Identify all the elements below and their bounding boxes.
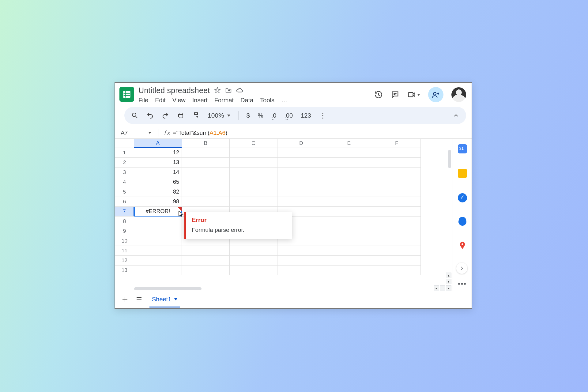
cell-A2[interactable]: 13 <box>134 158 182 168</box>
document-title[interactable]: Untitled spreadsheet <box>138 86 210 95</box>
cell-E4[interactable] <box>325 177 373 187</box>
calendar-icon[interactable] <box>458 144 467 153</box>
cell-B12[interactable] <box>182 256 230 266</box>
col-header-E[interactable]: E <box>325 139 373 148</box>
menu-format[interactable]: Format <box>214 97 234 104</box>
cell-D11[interactable] <box>277 246 325 256</box>
cell-D6[interactable] <box>277 197 325 207</box>
cell-E9[interactable] <box>325 226 373 236</box>
collapse-toolbar-icon[interactable] <box>453 112 459 119</box>
cell-A3[interactable]: 14 <box>134 168 182 177</box>
keep-icon[interactable] <box>458 169 467 178</box>
col-header-B[interactable]: B <box>182 139 230 148</box>
cell-F4[interactable] <box>373 177 421 187</box>
cell-E6[interactable] <box>325 197 373 207</box>
cell-D3[interactable] <box>277 168 325 177</box>
cell-C4[interactable] <box>230 177 277 187</box>
cell-A8[interactable] <box>134 217 182 226</box>
scroll-handle[interactable] <box>440 285 445 291</box>
decrease-decimal-button[interactable]: .0← <box>271 112 277 119</box>
cell-B6[interactable] <box>182 197 230 207</box>
row-header-11[interactable]: 11 <box>115 246 134 256</box>
cell-D13[interactable] <box>277 266 325 275</box>
currency-button[interactable]: $ <box>247 112 250 119</box>
cell-B1[interactable] <box>182 148 230 158</box>
cell-A6[interactable]: 98 <box>134 197 182 207</box>
scroll-up-icon[interactable]: ▴ <box>446 273 451 278</box>
cell-B3[interactable] <box>182 168 230 177</box>
cell-C3[interactable] <box>230 168 277 177</box>
meet-icon[interactable] <box>407 90 420 99</box>
cell-F10[interactable] <box>373 236 421 246</box>
sheet-tab[interactable]: Sheet1 <box>149 292 180 307</box>
redo-icon[interactable] <box>162 112 169 119</box>
cell-A9[interactable] <box>134 226 182 236</box>
menu-data[interactable]: Data <box>240 97 253 104</box>
cell-F6[interactable] <box>373 197 421 207</box>
col-header-F[interactable]: F <box>373 139 421 148</box>
row-header-3[interactable]: 3 <box>115 168 134 177</box>
all-sheets-icon[interactable] <box>135 296 143 304</box>
cell-F8[interactable] <box>373 217 421 226</box>
cell-C11[interactable] <box>230 246 277 256</box>
cloud-status-icon[interactable] <box>236 87 243 94</box>
side-panel-collapse-icon[interactable] <box>456 263 467 274</box>
menu-tools[interactable]: Tools <box>260 97 274 104</box>
side-panel-more-icon[interactable]: ••• <box>458 280 467 288</box>
cell-F11[interactable] <box>373 246 421 256</box>
toolbar-more-icon[interactable]: ⋮ <box>319 111 326 120</box>
cell-D1[interactable] <box>277 148 325 158</box>
cell-A12[interactable] <box>134 256 182 266</box>
cell-F3[interactable] <box>373 168 421 177</box>
row-header-8[interactable]: 8 <box>115 217 134 226</box>
star-icon[interactable] <box>214 87 221 94</box>
scroll-down-icon[interactable]: ▾ <box>446 279 451 284</box>
cell-E13[interactable] <box>325 266 373 275</box>
cell-D4[interactable] <box>277 177 325 187</box>
sheets-logo-icon[interactable] <box>119 87 134 102</box>
cell-E12[interactable] <box>325 256 373 266</box>
cell-E5[interactable] <box>325 187 373 197</box>
cell-E2[interactable] <box>325 158 373 168</box>
cell-C5[interactable] <box>230 187 277 197</box>
print-icon[interactable] <box>177 112 184 119</box>
row-header-1[interactable]: 1 <box>115 148 134 158</box>
col-header-A[interactable]: A <box>134 139 182 148</box>
menu-edit[interactable]: Edit <box>155 97 165 104</box>
row-header-2[interactable]: 2 <box>115 158 134 168</box>
number-format-button[interactable]: 123 <box>301 112 311 119</box>
cell-A11[interactable] <box>134 246 182 256</box>
formula-input[interactable]: ="Total"&sum(A1:A6) <box>173 129 228 136</box>
cell-F5[interactable] <box>373 187 421 197</box>
tasks-icon[interactable] <box>458 193 467 202</box>
search-icon[interactable] <box>131 112 138 119</box>
row-header-5[interactable]: 5 <box>115 187 134 197</box>
menu-more[interactable]: … <box>281 97 287 104</box>
cell-F1[interactable] <box>373 148 421 158</box>
row-header-10[interactable]: 10 <box>115 236 134 246</box>
history-icon[interactable] <box>374 90 383 99</box>
cell-D2[interactable] <box>277 158 325 168</box>
cell-F9[interactable] <box>373 226 421 236</box>
menu-view[interactable]: View <box>172 97 186 104</box>
percent-button[interactable]: % <box>258 112 263 119</box>
cell-C13[interactable] <box>230 266 277 275</box>
cell-B4[interactable] <box>182 177 230 187</box>
cell-B11[interactable] <box>182 246 230 256</box>
cell-D12[interactable] <box>277 256 325 266</box>
menu-file[interactable]: File <box>138 97 148 104</box>
cell-A1[interactable]: 12 <box>134 148 182 158</box>
cell-E3[interactable] <box>325 168 373 177</box>
cell-C12[interactable] <box>230 256 277 266</box>
row-header-13[interactable]: 13 <box>115 266 134 275</box>
add-sheet-icon[interactable] <box>121 296 129 304</box>
maps-icon[interactable] <box>458 241 467 250</box>
cell-A7[interactable]: #ERROR! <box>134 207 182 217</box>
cell-F7[interactable] <box>373 207 421 217</box>
name-box[interactable]: A7 <box>121 130 154 136</box>
cell-A4[interactable]: 65 <box>134 177 182 187</box>
cell-A13[interactable] <box>134 266 182 275</box>
vertical-scrollbar[interactable] <box>448 150 451 168</box>
move-folder-icon[interactable] <box>225 87 232 94</box>
cell-C2[interactable] <box>230 158 277 168</box>
